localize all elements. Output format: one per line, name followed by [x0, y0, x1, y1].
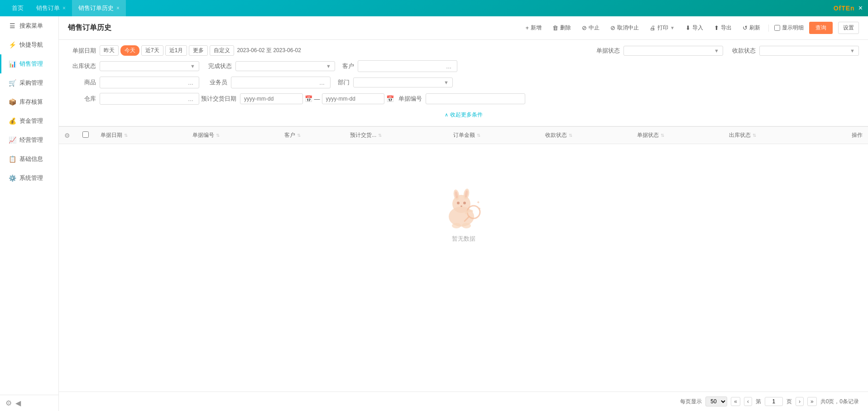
- page-size-label: 每页显示: [680, 398, 702, 406]
- th-date: 单据日期 ⇅: [95, 127, 187, 144]
- display-toggle-checkbox[interactable]: [774, 25, 780, 31]
- operations-icon: 📈: [9, 136, 16, 144]
- sidebar-item-basic-info[interactable]: 📋 基础信息: [0, 150, 58, 169]
- date-btn-1month[interactable]: 近1月: [165, 45, 187, 56]
- export-icon: ⬆: [714, 24, 719, 31]
- sidebar-item-purchase[interactable]: 🛒 采购管理: [0, 73, 58, 92]
- table-settings-icon[interactable]: ⚙: [64, 132, 70, 139]
- dept-select[interactable]: ▼: [353, 77, 453, 87]
- th-order-status: 单据状态 ⇅: [632, 127, 724, 144]
- select-all-checkbox[interactable]: [82, 131, 89, 138]
- delete-button[interactable]: 🗑 删除: [550, 22, 574, 34]
- product-filter[interactable]: ...: [100, 77, 199, 88]
- page-number-input[interactable]: [765, 397, 783, 406]
- out-status-select[interactable]: ▼: [100, 61, 199, 71]
- svg-point-6: [457, 202, 460, 204]
- print-icon: 🖨: [650, 24, 656, 31]
- collapse-button[interactable]: ∧ 收起更多条件: [445, 109, 483, 121]
- tab-close-sales-order-history[interactable]: ×: [116, 5, 120, 11]
- order-no-input[interactable]: [426, 93, 525, 104]
- tab-home[interactable]: 首页: [5, 0, 30, 16]
- empty-row: ✦ ✦ 暂无数据: [59, 144, 868, 280]
- finance-icon: 💰: [9, 117, 16, 125]
- sort-pay-status-icon[interactable]: ⇅: [569, 133, 572, 138]
- system-icon: ⚙️: [9, 174, 16, 182]
- sort-date-icon[interactable]: ⇅: [124, 133, 128, 138]
- date-btn-today[interactable]: 今天: [120, 45, 139, 56]
- stop-button[interactable]: ⊘ 中止: [579, 22, 602, 34]
- sidebar-item-inventory[interactable]: 📦 库存核算: [0, 92, 58, 111]
- sidebar-settings-btn[interactable]: ⚙: [5, 399, 12, 407]
- warehouse-filter[interactable]: ...: [100, 93, 199, 105]
- empty-text: 暂无数据: [452, 235, 475, 243]
- date-btn-more[interactable]: 更多: [189, 45, 208, 56]
- sort-no-icon[interactable]: ⇅: [216, 133, 220, 138]
- date-btn-7days[interactable]: 近7天: [141, 45, 163, 56]
- settings-button[interactable]: 设置: [838, 22, 859, 34]
- th-customer: 客户 ⇅: [279, 127, 345, 144]
- pay-status-select[interactable]: ▼: [759, 46, 859, 56]
- customer-filter[interactable]: ...: [358, 60, 457, 72]
- filter-row-1: 单据日期 昨天 今天 近7天 近1月 更多 自定义 2023-06-02 至 2…: [68, 45, 859, 56]
- display-toggle-label[interactable]: 显示明细: [774, 24, 804, 32]
- prev-page-button[interactable]: ‹: [744, 397, 752, 406]
- first-page-button[interactable]: «: [731, 397, 740, 406]
- date-label: 单据日期: [68, 47, 100, 55]
- customer-ellipsis[interactable]: ...: [444, 63, 453, 70]
- product-label: 商品: [68, 78, 100, 87]
- th-operation: 操作: [815, 127, 868, 144]
- sidebar-collapse-btn[interactable]: ◀: [15, 399, 21, 407]
- export-button[interactable]: ⬆ 导出: [711, 22, 734, 34]
- sort-amount-icon[interactable]: ⇅: [477, 133, 480, 138]
- filter-row-3: 商品 ... 业务员 ... 部门 ▼: [68, 77, 859, 88]
- delivery-date-group: 📅 — 📅: [240, 93, 394, 104]
- window-close-button[interactable]: ×: [858, 4, 863, 12]
- tab-close-sales-order[interactable]: ×: [62, 5, 66, 11]
- sales-person-filter[interactable]: ...: [231, 77, 331, 88]
- tab-sales-order-history[interactable]: 销售订单历史 ×: [72, 0, 126, 16]
- refresh-button[interactable]: ↺ 刷新: [740, 22, 763, 34]
- warehouse-label: 仓库: [68, 95, 100, 103]
- sidebar-item-quick-nav[interactable]: ⚡ 快捷导航: [0, 35, 58, 54]
- order-status-select[interactable]: ▼: [623, 46, 723, 56]
- print-button[interactable]: 🖨 打印 ▼: [647, 22, 677, 34]
- top-bar: 首页 销售订单 × 销售订单历史 × OfTEn ×: [0, 0, 868, 16]
- complete-status-select[interactable]: ▼: [235, 61, 335, 71]
- tab-sales-order[interactable]: 销售订单 ×: [30, 0, 72, 16]
- customer-label: 客户: [335, 62, 358, 70]
- th-pay-status: 收款状态 ⇅: [540, 127, 632, 144]
- sidebar-item-operations[interactable]: 📈 经营管理: [0, 131, 58, 150]
- calendar-to-icon[interactable]: 📅: [386, 95, 394, 102]
- sort-delivery-icon[interactable]: ⇅: [378, 133, 382, 138]
- delivery-date-to-input[interactable]: [322, 93, 385, 104]
- delivery-date-from-input[interactable]: [240, 93, 303, 104]
- sidebar-item-system[interactable]: ⚙️ 系统管理: [0, 169, 58, 188]
- warehouse-ellipsis[interactable]: ...: [186, 95, 195, 102]
- import-button[interactable]: ⬇ 导入: [683, 22, 706, 34]
- th-settings: ⚙: [59, 127, 77, 144]
- sidebar-item-sales[interactable]: 📊 销售管理: [0, 54, 58, 73]
- add-button[interactable]: + 新增: [523, 22, 545, 34]
- sort-order-status-icon[interactable]: ⇅: [661, 133, 664, 138]
- page-label: 第: [756, 398, 761, 406]
- calendar-from-icon[interactable]: 📅: [305, 95, 312, 102]
- out-status-label: 出库状态: [68, 62, 100, 70]
- sidebar-item-finance[interactable]: 💰 资金管理: [0, 111, 58, 131]
- sales-person-ellipsis[interactable]: ...: [317, 79, 326, 86]
- th-amount: 订单金额 ⇅: [448, 127, 540, 144]
- product-ellipsis[interactable]: ...: [186, 79, 195, 86]
- cancel-stop-button[interactable]: ⊘ 取消中止: [608, 22, 642, 34]
- date-btn-yesterday[interactable]: 昨天: [100, 45, 119, 56]
- next-page-button[interactable]: ›: [796, 397, 804, 406]
- sort-customer-icon[interactable]: ⇅: [297, 133, 301, 138]
- purchase-icon: 🛒: [9, 79, 16, 87]
- page-size-select[interactable]: 50: [705, 396, 727, 406]
- sort-out-status-icon[interactable]: ⇅: [753, 133, 756, 138]
- last-page-button[interactable]: »: [807, 397, 817, 406]
- date-btn-custom[interactable]: 自定义: [210, 45, 234, 56]
- order-status-arrow: ▼: [714, 48, 719, 53]
- dept-label: 部门: [331, 78, 353, 87]
- sidebar-item-search-menu[interactable]: ☰ 搜索菜单: [0, 16, 58, 35]
- query-button[interactable]: 查询: [809, 22, 833, 34]
- svg-text:✦: ✦: [476, 200, 480, 205]
